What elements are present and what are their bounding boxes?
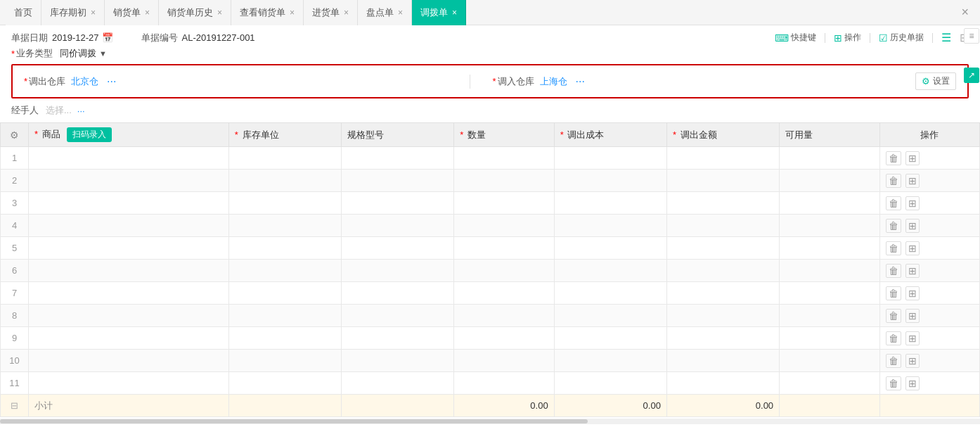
copy-row-button[interactable]: ⊞	[905, 286, 920, 300]
out-warehouse-value[interactable]: 北京仓	[71, 75, 98, 88]
business-type-dropdown-icon[interactable]: ▼	[99, 49, 107, 58]
row-spec[interactable]	[342, 327, 454, 350]
operation-button[interactable]: ⊞ 操作	[834, 32, 861, 44]
row-quantity[interactable]	[454, 282, 554, 305]
row-quantity[interactable]	[454, 305, 554, 327]
row-quantity[interactable]	[454, 327, 554, 350]
row-product[interactable]	[29, 327, 229, 350]
row-spec[interactable]	[342, 170, 454, 192]
row-quantity[interactable]	[454, 147, 554, 170]
copy-row-button[interactable]: ⊞	[905, 174, 920, 188]
row-unit[interactable]	[228, 147, 341, 170]
tab-close-inventory-init[interactable]: ×	[91, 8, 96, 18]
tab-view-sales[interactable]: 查看销货单 ×	[231, 0, 304, 25]
out-warehouse-more-button[interactable]: ···	[107, 75, 116, 88]
row-product[interactable]	[29, 215, 229, 237]
tab-close-view-sales[interactable]: ×	[290, 8, 295, 18]
tab-inventory-check[interactable]: 盘点单 ×	[358, 0, 412, 25]
row-product[interactable]	[29, 147, 229, 170]
tab-transfer[interactable]: 调拨单 ×	[412, 0, 466, 25]
row-unit[interactable]	[228, 237, 341, 260]
delete-row-button[interactable]: 🗑	[886, 174, 901, 188]
row-quantity[interactable]	[454, 215, 554, 237]
copy-row-button[interactable]: ⊞	[905, 151, 920, 165]
row-cost[interactable]	[554, 327, 666, 350]
delete-row-button[interactable]: 🗑	[886, 354, 901, 368]
copy-row-button[interactable]: ⊞	[905, 331, 920, 345]
window-close-button[interactable]: ×	[955, 5, 974, 20]
copy-row-button[interactable]: ⊞	[905, 354, 920, 368]
row-unit[interactable]	[228, 260, 341, 282]
history-button[interactable]: ☑ 历史单据	[879, 32, 924, 44]
tab-sales-order[interactable]: 销货单 ×	[105, 0, 159, 25]
layout-button[interactable]: ☰	[941, 31, 951, 44]
tab-close-purchase-order[interactable]: ×	[344, 8, 349, 18]
row-spec[interactable]	[342, 237, 454, 260]
scan-button[interactable]: 扫码录入	[67, 127, 112, 142]
row-cost[interactable]	[554, 350, 666, 372]
row-product[interactable]	[29, 237, 229, 260]
copy-row-button[interactable]: ⊞	[905, 309, 920, 323]
row-product[interactable]	[29, 305, 229, 327]
row-quantity[interactable]	[454, 350, 554, 372]
delete-row-button[interactable]: 🗑	[886, 151, 901, 165]
row-quantity[interactable]	[454, 260, 554, 282]
row-product[interactable]	[29, 170, 229, 192]
tab-close-inventory-check[interactable]: ×	[398, 8, 403, 18]
row-cost[interactable]	[554, 192, 666, 215]
row-product[interactable]	[29, 372, 229, 395]
copy-row-button[interactable]: ⊞	[905, 376, 920, 390]
copy-row-button[interactable]: ⊞	[905, 219, 920, 233]
row-quantity[interactable]	[454, 372, 554, 395]
delete-row-button[interactable]: 🗑	[886, 241, 901, 255]
row-amount[interactable]	[666, 282, 779, 305]
horizontal-scrollbar[interactable]	[0, 419, 588, 423]
row-unit[interactable]	[228, 192, 341, 215]
tab-purchase-order[interactable]: 进货单 ×	[304, 0, 358, 25]
copy-row-button[interactable]: ⊞	[905, 196, 920, 210]
handler-more-button[interactable]: ···	[77, 106, 85, 116]
row-unit[interactable]	[228, 327, 341, 350]
sidebar-list-button[interactable]: ≡	[964, 28, 979, 44]
row-quantity[interactable]	[454, 192, 554, 215]
row-cost[interactable]	[554, 305, 666, 327]
tab-home[interactable]: 首页	[6, 0, 41, 25]
row-amount[interactable]	[666, 215, 779, 237]
row-amount[interactable]	[666, 147, 779, 170]
row-spec[interactable]	[342, 372, 454, 395]
row-quantity[interactable]	[454, 170, 554, 192]
calendar-icon[interactable]: 📅	[102, 32, 113, 43]
row-quantity[interactable]	[454, 237, 554, 260]
row-spec[interactable]	[342, 282, 454, 305]
shortcut-button[interactable]: ⌨ 快捷键	[775, 32, 816, 44]
row-cost[interactable]	[554, 215, 666, 237]
tab-sales-history[interactable]: 销货单历史 ×	[159, 0, 231, 25]
row-cost[interactable]	[554, 260, 666, 282]
row-spec[interactable]	[342, 350, 454, 372]
row-spec[interactable]	[342, 305, 454, 327]
row-amount[interactable]	[666, 260, 779, 282]
tab-close-sales-history[interactable]: ×	[217, 8, 222, 18]
sidebar-export-button[interactable]: ↗	[964, 68, 979, 83]
row-product[interactable]	[29, 350, 229, 372]
delete-row-button[interactable]: 🗑	[886, 286, 901, 300]
delete-row-button[interactable]: 🗑	[886, 331, 901, 345]
row-unit[interactable]	[228, 305, 341, 327]
row-product[interactable]	[29, 282, 229, 305]
row-unit[interactable]	[228, 372, 341, 395]
delete-row-button[interactable]: 🗑	[886, 309, 901, 323]
delete-row-button[interactable]: 🗑	[886, 264, 901, 278]
delete-row-button[interactable]: 🗑	[886, 219, 901, 233]
column-settings-icon[interactable]: ⚙	[10, 129, 19, 141]
row-cost[interactable]	[554, 282, 666, 305]
row-amount[interactable]	[666, 305, 779, 327]
row-spec[interactable]	[342, 192, 454, 215]
in-warehouse-value[interactable]: 上海仓	[540, 75, 567, 88]
row-amount[interactable]	[666, 372, 779, 395]
row-spec[interactable]	[342, 260, 454, 282]
row-spec[interactable]	[342, 215, 454, 237]
in-warehouse-more-button[interactable]: ···	[576, 75, 585, 88]
row-unit[interactable]	[228, 282, 341, 305]
row-amount[interactable]	[666, 327, 779, 350]
delete-row-button[interactable]: 🗑	[886, 196, 901, 210]
